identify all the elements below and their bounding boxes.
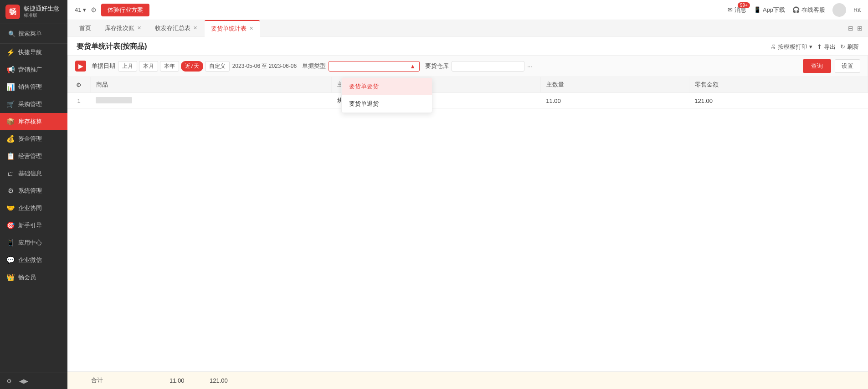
export-button[interactable]: ⬆ 导出 <box>817 43 836 51</box>
collapse-sidebar-button[interactable]: ◀▶ <box>19 378 28 384</box>
footer-main-qty: 11.00 <box>164 377 200 384</box>
sidebar-nav: ⚡ 快捷导航 📢 营销推广 📊 销售管理 🛒 采购管理 📦 库存核算 💰 资金管… <box>0 44 67 373</box>
table-footer: 合计 11.00 121.00 <box>67 371 868 389</box>
app-label: App下载 <box>763 6 785 14</box>
tab-summary-label: 收发存汇总表 <box>155 24 190 32</box>
sidebar-item-system[interactable]: ⚙ 系统管理 <box>0 182 67 200</box>
tab-requisition-close[interactable]: ✕ <box>249 26 253 31</box>
template-print-label: 按模板打印 <box>778 43 807 51</box>
inventory-icon: 📦 <box>6 118 15 126</box>
sidebar-item-label: 采购管理 <box>18 100 42 108</box>
page-actions: 🖨 按模板打印 ▾ ⬆ 导出 ↻ 刷新 <box>770 43 859 51</box>
appstore-icon: 📱 <box>6 239 15 247</box>
sidebar-item-finance[interactable]: 💰 资金管理 <box>0 130 67 148</box>
dropdown-item-requisition[interactable]: 要货单要货 <box>342 78 432 95</box>
settings-bottom-icon[interactable]: ⚙ <box>6 378 12 384</box>
query-button[interactable]: 查询 <box>803 59 831 73</box>
sidebar-item-label: 快捷导航 <box>18 48 42 56</box>
sidebar-item-wechat[interactable]: 💬 企业微信 <box>0 251 67 269</box>
export-icon: ⬆ <box>817 43 822 50</box>
sidebar-item-guide[interactable]: 🎯 新手引导 <box>0 217 67 234</box>
filter-bar: ▶ 单据日期 上月 本月 本年 近7天 自定义 2023-05-06 至 202… <box>67 55 868 77</box>
tab-requisition[interactable]: 要货单统计表 ✕ <box>205 20 260 36</box>
warehouse-filter-group: 要货仓库 ··· <box>425 61 532 72</box>
online-service-button[interactable]: 🎧 在线客服 <box>792 6 825 14</box>
sales-icon: 📊 <box>6 83 15 91</box>
date-btn-this-month[interactable]: 本月 <box>139 61 158 72</box>
sidebar-item-label: 企业微信 <box>18 256 42 264</box>
trial-button[interactable]: 体验行业方案 <box>101 4 149 16</box>
type-dropdown-menu: 要货单要货 要货单退货 <box>341 77 432 113</box>
sidebar-search-area: 🔍 搜索菜单 <box>0 24 67 44</box>
date-range-display: 2023-05-06 至 2023-06-06 <box>232 62 297 70</box>
sidebar-item-enterprise[interactable]: 🤝 企业协同 <box>0 200 67 217</box>
sidebar-item-operations[interactable]: 📋 经营管理 <box>0 148 67 165</box>
user-name: Rit <box>853 6 861 13</box>
table-container: ⚙ 商品 主计量单位 主数量 零售金额 1 块 11.00 <box>67 77 868 371</box>
store-dropdown-icon: ▾ <box>83 6 86 13</box>
operations-icon: 📋 <box>6 152 15 160</box>
search-menu-button[interactable]: 🔍 搜索菜单 <box>5 28 63 40</box>
tab-summary-close[interactable]: ✕ <box>193 25 197 31</box>
tab-expand-icon[interactable]: ⊞ <box>857 25 863 32</box>
base-icon: 🗂 <box>6 170 15 178</box>
sidebar-item-quicknav[interactable]: ⚡ 快捷导航 <box>0 44 67 61</box>
search-icon: 🔍 <box>8 31 15 37</box>
tab-batch-close[interactable]: ✕ <box>137 25 141 31</box>
topbar-right: ✉ 消息 99+ 📱 App下载 🎧 在线客服 Rit <box>728 3 861 17</box>
footer-label: 合计 <box>73 376 164 384</box>
tabs-extra: ⊟ ⊞ <box>848 25 863 32</box>
dropdown-item-label: 要货单退货 <box>349 100 379 107</box>
service-icon: 🎧 <box>792 6 800 13</box>
sidebar-item-purchase[interactable]: 🛒 采购管理 <box>0 96 67 113</box>
app-download-button[interactable]: 📱 App下载 <box>754 6 785 14</box>
type-filter-group: 单据类型 ▲ <box>302 61 420 72</box>
page-title: 要货单统计表(按商品) <box>77 42 147 51</box>
page-header: 要货单统计表(按商品) 🖨 按模板打印 ▾ ⬆ 导出 ↻ 刷新 <box>67 36 868 55</box>
topbar-gear-icon[interactable]: ⚙ <box>91 6 97 14</box>
wechat-icon: 💬 <box>6 256 15 264</box>
tab-home[interactable]: 首页 <box>73 20 98 36</box>
sidebar-item-marketing[interactable]: 📢 营销推广 <box>0 61 67 78</box>
col-settings[interactable]: ⚙ <box>67 77 90 93</box>
sidebar-item-member[interactable]: 👑 畅会员 <box>0 269 67 286</box>
sidebar-item-sales[interactable]: 📊 销售管理 <box>0 78 67 96</box>
sidebar-item-label: 系统管理 <box>18 187 42 195</box>
dropdown-item-label: 要货单要货 <box>349 83 379 90</box>
type-filter-dropdown[interactable]: ▲ <box>329 61 420 72</box>
table-header-row: ⚙ 商品 主计量单位 主数量 零售金额 <box>67 77 868 93</box>
type-dropdown-arrow: ▲ <box>410 63 416 70</box>
sidebar-item-inventory[interactable]: 📦 库存核算 <box>0 113 67 130</box>
app-icon: 📱 <box>754 6 761 13</box>
sidebar-item-appstore[interactable]: 📱 应用中心 <box>0 234 67 251</box>
messages-button[interactable]: ✉ 消息 99+ <box>728 6 746 14</box>
tab-summary[interactable]: 收发存汇总表 ✕ <box>149 20 204 36</box>
dropdown-item-return[interactable]: 要货单退货 <box>342 95 432 113</box>
logo-icon: 畅 <box>5 5 20 19</box>
filter-expand-button[interactable]: ▶ <box>75 61 86 72</box>
cell-retail-amount: 121.00 <box>689 93 868 109</box>
sidebar-item-label: 应用中心 <box>18 239 42 247</box>
sidebar: 畅 畅捷通好生意 标准版 🔍 搜索菜单 ⚡ 快捷导航 📢 营销推广 📊 销售管理… <box>0 0 67 389</box>
refresh-button[interactable]: ↻ 刷新 <box>840 43 859 51</box>
table-row: 1 块 11.00 121.00 <box>67 93 868 109</box>
date-btn-recent7[interactable]: 近7天 <box>181 61 203 72</box>
message-icon: ✉ <box>728 6 733 13</box>
member-icon: 👑 <box>6 273 15 282</box>
date-btn-custom[interactable]: 自定义 <box>205 61 230 72</box>
warehouse-more-icon[interactable]: ··· <box>527 63 532 70</box>
user-avatar[interactable] <box>832 3 846 17</box>
template-dropdown-icon: ▾ <box>809 43 812 50</box>
date-filter-buttons: 上月 本月 本年 近7天 自定义 <box>118 61 230 72</box>
sidebar-item-base[interactable]: 🗂 基础信息 <box>0 165 67 182</box>
date-btn-last-month[interactable]: 上月 <box>118 61 137 72</box>
tab-batch[interactable]: 库存批次账 ✕ <box>98 20 148 36</box>
settings-button[interactable]: 设置 <box>835 59 860 73</box>
tab-batch-label: 库存批次账 <box>105 24 134 32</box>
date-btn-this-year[interactable]: 本年 <box>160 61 179 72</box>
warehouse-filter-input[interactable] <box>452 61 524 72</box>
store-selector[interactable]: 41 ▾ <box>75 6 86 13</box>
topbar-left: 41 ▾ ⚙ 体验行业方案 <box>75 4 149 16</box>
template-print-button[interactable]: 🖨 按模板打印 ▾ <box>770 43 812 51</box>
tab-restore-icon[interactable]: ⊟ <box>848 25 853 32</box>
